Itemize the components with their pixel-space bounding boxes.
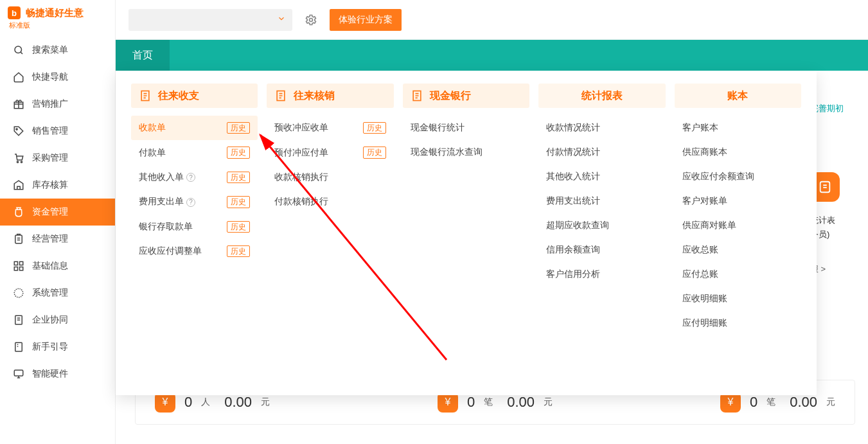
history-badge[interactable]: 历史: [227, 122, 250, 134]
sidebar-item-finance[interactable]: 资金管理: [0, 199, 115, 226]
sidebar-item-marketing[interactable]: 营销推广: [0, 91, 115, 118]
gear-icon[interactable]: [304, 13, 318, 27]
megamenu-item[interactable]: 客户对账单: [675, 189, 801, 213]
sidebar-item-sales[interactable]: 销售管理: [0, 118, 115, 145]
megamenu-item[interactable]: 收款情况统计: [538, 116, 665, 140]
megamenu-item[interactable]: 收款单历史: [131, 116, 258, 140]
megamenu-item-label: 预付冲应付单: [274, 147, 328, 159]
history-badge[interactable]: 历史: [363, 147, 386, 158]
svg-rect-6: [14, 262, 17, 265]
chevron-down-icon: [277, 14, 286, 25]
sidebar-item-guide[interactable]: 新手引导: [0, 333, 115, 360]
sidebar-item-basedata[interactable]: 基础信息: [0, 253, 115, 280]
header: 体验行业方案: [116, 0, 868, 40]
megamenu-item[interactable]: 银行存取款单历史: [131, 215, 258, 239]
megamenu-item[interactable]: 其他收入统计: [538, 164, 665, 189]
megamenu-item[interactable]: 付款情况统计: [538, 140, 665, 164]
megamenu-item[interactable]: 应收应付余额查询: [675, 164, 801, 189]
megamenu-column-title: 账本: [727, 89, 748, 103]
megamenu-item-label: 其他收入统计: [546, 171, 600, 182]
megamenu-item-label: 费用支出单?: [139, 196, 195, 208]
receipt-icon: [411, 89, 423, 102]
megamenu-list: 客户账本供应商账本应收应付余额查询客户对账单供应商对账单应收总账应付总账应收明细…: [675, 116, 801, 335]
brand-edition: 标准版: [0, 21, 115, 34]
megamenu-item[interactable]: 应收应付调整单历史: [131, 239, 258, 263]
megamenu-column: 往来核销预收冲应收单历史预付冲应付单历史收款核销执行付款核销执行: [267, 84, 393, 382]
megamenu-column-title: 往来收支: [158, 89, 199, 103]
brand-name: 畅捷通好生意: [26, 7, 84, 19]
stat-count-unit: 笔: [766, 396, 775, 408]
megamenu-item[interactable]: 应付总账: [675, 262, 801, 287]
hint-link[interactable]: 完善期初: [810, 103, 868, 114]
megamenu-item[interactable]: 费用支出统计: [538, 189, 665, 213]
megamenu-item-label: 供应商账本: [682, 147, 727, 158]
sidebar-item-inventory[interactable]: 库存核算: [0, 172, 115, 199]
history-badge[interactable]: 历史: [227, 245, 250, 257]
org-selector[interactable]: [128, 9, 292, 31]
megamenu-item[interactable]: 现金银行流水查询: [403, 140, 529, 164]
megamenu-item[interactable]: 客户账本: [675, 116, 801, 140]
megamenu-item[interactable]: 应付明细账: [675, 311, 801, 335]
megamenu-item-label: 应收应付余额查询: [682, 171, 754, 182]
megamenu-item-label: 银行存取款单: [139, 221, 193, 233]
sidebar: b 畅捷通好生意 标准版 搜索菜单 快捷导航 营销推广 销售管理 采购管理 库存…: [0, 0, 116, 444]
sidebar-item-collab[interactable]: 企业协同: [0, 306, 115, 333]
stat-count-unit: 人: [201, 396, 210, 408]
sidebar-item-label: 资金管理: [32, 206, 68, 218]
sidebar-item-hardware[interactable]: 智能硬件: [0, 360, 115, 387]
megamenu-list: 收款单历史付款单历史其他收入单?历史费用支出单?历史银行存取款单历史应收应付调整…: [131, 116, 258, 263]
dashboard-right-partial: 完善期初 统计表 务员) 报 >: [810, 103, 868, 275]
sidebar-item-label: 采购管理: [32, 152, 68, 164]
sidebar-item-label: 基础信息: [32, 260, 68, 272]
sidebar-item-label: 快捷导航: [32, 71, 68, 83]
megamenu-item[interactable]: 超期应收款查询: [538, 213, 665, 238]
sidebar-item-purchase[interactable]: 采购管理: [0, 145, 115, 172]
megamenu-item[interactable]: 供应商对账单: [675, 213, 801, 238]
sidebar-item-label: 营销推广: [32, 98, 68, 110]
megamenu-item-label: 应收应付调整单: [139, 245, 202, 257]
history-badge[interactable]: 历史: [227, 147, 250, 158]
megamenu-item[interactable]: 付款核销执行: [267, 190, 393, 214]
megamenu-item[interactable]: 应收总账: [675, 238, 801, 262]
page-tabbar: 首页: [116, 40, 868, 71]
sidebar-item-label: 销售管理: [32, 125, 68, 137]
megamenu-item[interactable]: 预付冲应付单历史: [267, 140, 393, 164]
megamenu-item-label: 供应商对账单: [682, 220, 736, 231]
megamenu-item[interactable]: 现金银行统计: [403, 116, 529, 140]
megamenu-item[interactable]: 收款核销执行: [267, 165, 393, 190]
history-badge[interactable]: 历史: [227, 172, 250, 183]
megamenu-item[interactable]: 信用余额查询: [538, 238, 665, 262]
help-icon[interactable]: ?: [186, 173, 195, 182]
megamenu-item[interactable]: 应收明细账: [675, 287, 801, 311]
sidebar-item-search[interactable]: 搜索菜单: [0, 37, 115, 64]
megamenu-item[interactable]: 预收冲应收单历史: [267, 116, 393, 140]
megamenu-item-label: 收款情况统计: [546, 122, 600, 134]
megamenu-column-header: 往来核销: [267, 84, 393, 108]
megamenu-item-label: 现金银行流水查询: [411, 147, 483, 158]
sidebar-item-system[interactable]: 系统管理: [0, 280, 115, 306]
stat-amount: 0.00: [224, 394, 252, 411]
megamenu-item[interactable]: 其他收入单?历史: [131, 165, 258, 190]
tab-home[interactable]: 首页: [116, 40, 170, 71]
finance-megamenu: 往来收支收款单历史付款单历史其他收入单?历史费用支出单?历史银行存取款单历史应收…: [116, 71, 817, 395]
megamenu-item[interactable]: 付款单历史: [131, 140, 258, 164]
gift-icon: [13, 98, 24, 110]
megamenu-item[interactable]: 供应商账本: [675, 140, 801, 164]
megamenu-item-label: 付款单: [139, 147, 166, 159]
megamenu-column-header: 现金银行: [403, 84, 529, 108]
history-badge[interactable]: 历史: [227, 221, 250, 233]
industry-plan-button[interactable]: 体验行业方案: [330, 9, 402, 31]
megamenu-item[interactable]: 客户信用分析: [538, 262, 665, 287]
history-badge[interactable]: 历史: [227, 196, 250, 208]
help-icon[interactable]: ?: [186, 198, 195, 207]
more-link-partial[interactable]: 报 >: [810, 263, 868, 275]
sidebar-item-label: 库存核算: [32, 179, 68, 191]
history-badge[interactable]: 历史: [363, 122, 386, 134]
megamenu-item[interactable]: 费用支出单?历史: [131, 190, 258, 214]
stat-count: 0: [467, 394, 475, 411]
sidebar-item-label: 新手引导: [32, 341, 68, 353]
sidebar-item-operation[interactable]: 经营管理: [0, 226, 115, 253]
megamenu-column-title: 往来核销: [294, 89, 335, 103]
sidebar-item-quicknav[interactable]: 快捷导航: [0, 64, 115, 91]
megamenu-item-label: 付款情况统计: [546, 147, 600, 158]
